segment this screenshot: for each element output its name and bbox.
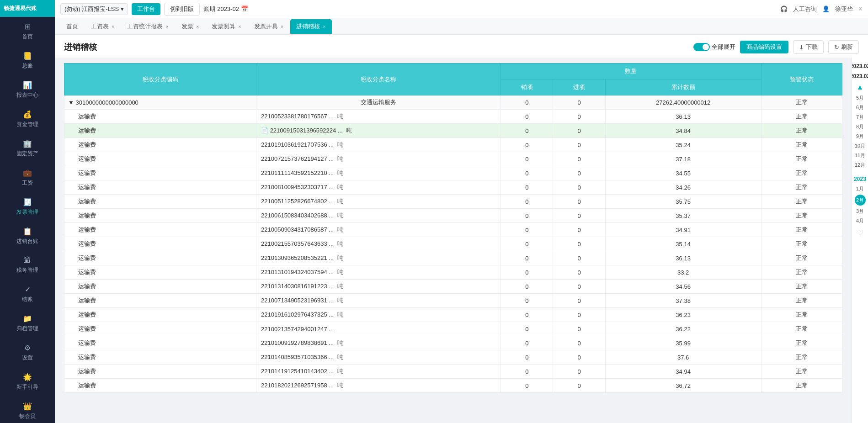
company-selector[interactable]: (勿动) 江西报宝-LSS ▾ [60, 3, 128, 15]
tab-salary[interactable]: 工资表× [85, 19, 120, 34]
table-row[interactable]: 运输费 22101910361921707536 ... 吨 0 0 35.24… [64, 138, 842, 152]
sidebar-item-funds[interactable]: 💰 资金管理 [0, 105, 55, 134]
table-row[interactable]: 运输费 22101009192789838691 ... 吨 0 0 35.99… [64, 336, 842, 350]
table-row[interactable]: 运输费 22101419125410143402 ... 吨 0 0 34.94… [64, 365, 842, 379]
sidebar-item-invoices[interactable]: 🧾 发票管理 [0, 192, 55, 222]
table-row[interactable]: 运输费 22100213574294001247 ... 0 0 36.22 正… [64, 322, 842, 336]
month-6[interactable]: 6月 [852, 103, 868, 112]
sidebar-item-guide[interactable]: 🌟 新手引导 [0, 367, 55, 397]
table-row[interactable]: 运输费 22100215570357643633 ... 吨 0 0 35.14… [64, 237, 842, 251]
table-row[interactable]: 运输费 22101916102976437325 ... 吨 0 0 36.23… [64, 308, 842, 322]
sidebar-item-home[interactable]: ⊞ 首页 [0, 17, 55, 46]
month-7[interactable]: 7月 [852, 112, 868, 122]
close-icon[interactable]: × [858, 5, 863, 13]
sidebar-item-settle[interactable]: ✓ 结账 [0, 280, 55, 309]
table-row[interactable]: 运输费 22101408593571035366 ... 吨 0 0 37.6 … [64, 350, 842, 365]
sidebar-label-tax: 税务管理 [16, 266, 38, 274]
support-label[interactable]: 人工咨询 [793, 5, 817, 13]
row-cumulative: 34.91 [605, 223, 761, 237]
row-status: 正常 [761, 379, 842, 393]
tab-home[interactable]: 首页 [60, 19, 84, 34]
tab-invoice-open[interactable]: 发票开具× [248, 19, 289, 34]
table-row[interactable]: 运输费 22101309365208535221 ... 吨 0 0 36.13… [64, 251, 842, 265]
table-row[interactable]: 运输费 22100810094532303717 ... 吨 0 0 34.26… [64, 180, 842, 195]
row-sales: 0 [501, 251, 553, 265]
member-icon: 👑 [23, 402, 32, 411]
download-icon: ⬇ [799, 44, 804, 51]
month-11[interactable]: 11月 [852, 151, 868, 160]
month-4[interactable]: 4月 [852, 216, 868, 226]
table-row[interactable]: 运输费 22101820212692571958 ... 吨 0 0 36.72… [64, 379, 842, 393]
row-sales: 0 [501, 336, 553, 350]
month-10[interactable]: 10月 [852, 141, 868, 151]
row-item-name: 运输费 [64, 180, 256, 195]
table-row[interactable]: 运输费 22101314030816191223 ... 吨 0 0 34.56… [64, 280, 842, 294]
month-1[interactable]: 1月 [852, 184, 868, 194]
sidebar-item-settings[interactable]: ⚙ 设置 [0, 338, 55, 367]
heart-icon[interactable]: ♡ [857, 226, 863, 240]
month-5[interactable]: 5月 [852, 93, 868, 103]
month-9[interactable]: 9月 [852, 132, 868, 141]
tab-close-salary[interactable]: × [112, 24, 114, 29]
tab-reconcile[interactable]: 进销稽核× [290, 19, 331, 34]
table-row[interactable]: 运输费 22100509034317086587 ... 吨 0 0 34.91… [64, 223, 842, 237]
tab-label-salary-report: 工资统计报表 [127, 22, 163, 31]
period-label: 账期 [203, 5, 215, 13]
tab-close-invoice-calc[interactable]: × [238, 24, 241, 29]
table-row[interactable]: 运输费 22100713490523196931 ... 吨 0 0 37.38… [64, 294, 842, 308]
workbench-button[interactable]: 工作台 [132, 3, 160, 15]
toggle-switch[interactable] [693, 43, 710, 51]
row-purchase: 0 [553, 322, 605, 336]
year-label-prev2: 2023.02 [852, 71, 868, 81]
tab-label-home: 首页 [66, 22, 78, 31]
month-8[interactable]: 8月 [852, 122, 868, 132]
user-avatar: 👤 [822, 5, 830, 12]
sidebar-item-archive[interactable]: 📁 归档管理 [0, 309, 55, 338]
toggle-expand[interactable]: 全部展开 [693, 43, 735, 51]
scroll-up-button[interactable]: ▲ [855, 81, 866, 93]
funds-icon: 💰 [23, 110, 32, 119]
table-row[interactable]: 运输费 22101111143592152210 ... 吨 0 0 34.55… [64, 166, 842, 180]
sidebar-item-member[interactable]: 👑 畅会员 [0, 397, 55, 423]
period-display: 账期 2023-02 📅 [203, 5, 248, 13]
sidebar-item-purchase-sales[interactable]: 📋 进销台账 [0, 222, 55, 251]
tab-close-reconcile[interactable]: × [323, 24, 325, 29]
table-container: 税收分类编码 税收分类名称 数量 预警状态 销项 进项 累计数额 ▼ 301 [55, 58, 852, 423]
row-sales: 0 [501, 223, 553, 237]
tab-salary-report[interactable]: 工资统计报表× [121, 19, 174, 34]
month-3[interactable]: 3月 [852, 206, 868, 216]
table-row[interactable]: 运输费 22100721573762194127 ... 吨 0 0 37.18… [64, 152, 842, 166]
toggle-label: 全部展开 [712, 43, 735, 51]
sidebar-label-funds: 资金管理 [16, 121, 38, 128]
sidebar-item-ledger[interactable]: 📒 总账 [0, 46, 55, 75]
tab-invoice[interactable]: 发票× [176, 19, 205, 34]
month-2[interactable]: 2月 [855, 195, 866, 206]
purchase-sales-icon: 📋 [23, 227, 32, 236]
row-cumulative: 33.2 [605, 265, 761, 280]
switch-version-button[interactable]: 切到旧版 [164, 3, 200, 16]
tab-invoice-calc[interactable]: 发票测算× [206, 19, 247, 34]
sidebar-item-salary[interactable]: 💼 工资 [0, 163, 55, 192]
sidebar-item-assets[interactable]: 🏢 固定资产 [0, 134, 55, 163]
month-12[interactable]: 12月 [852, 160, 868, 170]
download-button[interactable]: ⬇ 下载 [793, 40, 824, 54]
tab-close-invoice-open[interactable]: × [281, 24, 283, 29]
settings-button[interactable]: 商品编码设置 [740, 41, 788, 53]
sidebar-label-reports: 报表中心 [16, 91, 38, 99]
sidebar-item-tax[interactable]: 🏛 税务管理 [0, 251, 55, 280]
table-row[interactable]: 运输费 22101310194324037594 ... 吨 0 0 33.2 … [64, 265, 842, 280]
table-row[interactable]: 运输费 📄 22100915031396592224 ... 吨 0 0 34.… [64, 124, 842, 138]
table-row[interactable]: ▼ 3010000000000000000 交通运输服务 0 0 27262.4… [64, 95, 842, 110]
row-status: 正常 [761, 138, 842, 152]
row-cumulative: 34.56 [605, 280, 761, 294]
calendar-icon[interactable]: 📅 [241, 5, 248, 12]
table-row[interactable]: 运输费 22100615083403402688 ... 吨 0 0 35.37… [64, 209, 842, 223]
row-sales: 0 [501, 110, 553, 124]
tab-close-salary-report[interactable]: × [165, 24, 168, 29]
table-row[interactable]: 运输费 22100523381780176567 ... 吨 0 0 36.13… [64, 110, 842, 124]
refresh-button[interactable]: ↻ 刷新 [828, 40, 859, 54]
tab-close-invoice[interactable]: × [196, 24, 199, 29]
user-label[interactable]: 徐亚华 [835, 5, 853, 13]
sidebar-item-reports[interactable]: 📊 报表中心 [0, 75, 55, 105]
table-row[interactable]: 运输费 22100511252826674802 ... 吨 0 0 35.75… [64, 195, 842, 209]
